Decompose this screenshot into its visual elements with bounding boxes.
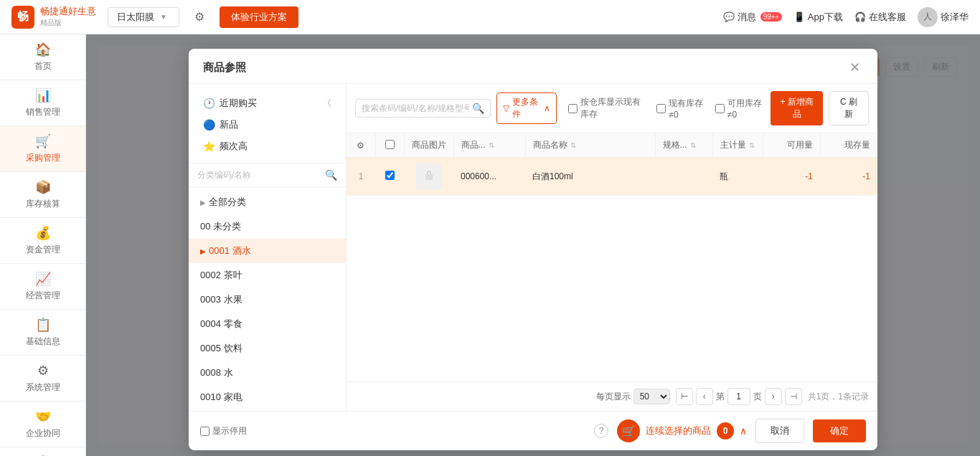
table-row[interactable]: 1 bbox=[347, 158, 877, 196]
online-service-item[interactable]: 🎧 在线客服 bbox=[854, 11, 906, 24]
sidebar-item-guide[interactable]: 🎯 新手引导 bbox=[0, 447, 85, 456]
category-search-input[interactable] bbox=[197, 170, 322, 180]
content-area: 查询 设置 刷新 商品参照 ✕ 🕐 bbox=[86, 34, 980, 456]
sidebar-item-purchase-label: 采购管理 bbox=[26, 152, 60, 164]
row-checkbox[interactable] bbox=[375, 158, 404, 196]
sort-icon-name[interactable]: ⇅ bbox=[570, 141, 576, 149]
quick-filter-recent[interactable]: 🕐 近期购买 《 bbox=[197, 92, 337, 114]
user-area[interactable]: 人 徐泽华 bbox=[918, 7, 969, 27]
checkbox-available-stock[interactable]: 可用库存≠0 bbox=[715, 98, 765, 120]
search-submit-icon[interactable]: 🔍 bbox=[472, 103, 484, 114]
th-code[interactable]: 商品... ⇅ bbox=[453, 133, 525, 158]
category-water[interactable]: 0008 水 bbox=[189, 361, 346, 385]
more-filter-button[interactable]: ▽ 更多条件 ∧ bbox=[496, 92, 557, 124]
th-unit[interactable]: 主计量 ⇅ bbox=[712, 133, 763, 158]
category-uncategorized[interactable]: 00 未分类 bbox=[189, 214, 346, 239]
purchase-icon: 🛒 bbox=[35, 133, 51, 149]
experience-button[interactable]: 体验行业方案 bbox=[220, 6, 298, 28]
basic-info-icon: 📋 bbox=[35, 317, 51, 333]
show-disabled-input[interactable] bbox=[200, 427, 209, 436]
sidebar-item-operation-label: 经营管理 bbox=[26, 290, 60, 302]
filter-checkboxes: 按仓库显示现有库存 现有库存≠0 可用库存≠0 bbox=[568, 96, 765, 120]
sort-icon-unit[interactable]: ⇅ bbox=[749, 141, 755, 149]
th-checkbox[interactable] bbox=[375, 133, 404, 158]
checkbox-warehouse-stock-input[interactable] bbox=[568, 104, 578, 113]
app-download-item[interactable]: 📱 App下载 bbox=[793, 11, 843, 24]
first-page-button[interactable]: ⊢ bbox=[676, 388, 693, 405]
collapse-icon[interactable]: 《 bbox=[323, 98, 331, 110]
logo-text: 畅捷通好生意 bbox=[40, 6, 96, 18]
sort-icon-spec[interactable]: ⇅ bbox=[690, 141, 696, 149]
next-page-button[interactable]: › bbox=[765, 388, 782, 405]
refresh-button[interactable]: C 刷新 bbox=[829, 91, 869, 125]
checkbox-available-stock-input[interactable] bbox=[715, 104, 725, 113]
category-all[interactable]: ▶ 全部分类 bbox=[189, 190, 346, 214]
category-fruit[interactable]: 0003 水果 bbox=[189, 288, 346, 312]
dropdown-arrow-icon: ▼ bbox=[160, 13, 167, 21]
th-unit-sort[interactable]: 主计量 ⇅ bbox=[720, 139, 755, 151]
sort-icon-code[interactable]: ⇅ bbox=[489, 141, 494, 149]
sidebar-item-system[interactable]: ⚙ 系统管理 bbox=[0, 356, 85, 402]
star-icon: ⭐ bbox=[203, 141, 215, 152]
th-name[interactable]: 商品名称 ⇅ bbox=[525, 133, 655, 158]
checkbox-warehouse-stock[interactable]: 按仓库显示现有库存 bbox=[568, 96, 648, 120]
help-icon[interactable]: ? bbox=[594, 424, 608, 438]
page-number-input[interactable] bbox=[727, 388, 750, 405]
product-search-input[interactable] bbox=[362, 103, 469, 113]
cancel-button[interactable]: 取消 bbox=[755, 419, 804, 443]
checkbox-existing-stock[interactable]: 现有库存≠0 bbox=[656, 98, 707, 120]
sidebar-item-sales[interactable]: 📊 销售管理 bbox=[0, 80, 85, 126]
sidebar-item-basic-info[interactable]: 📋 基础信息 bbox=[0, 310, 85, 356]
th-spec-sort[interactable]: 规格... ⇅ bbox=[663, 139, 705, 151]
branch-dropdown[interactable]: 日太阳膜 ▼ bbox=[108, 7, 179, 27]
th-code-sort[interactable]: 商品... ⇅ bbox=[461, 139, 518, 151]
table-settings-icon[interactable]: ⚙ bbox=[357, 141, 364, 151]
search-bar: 🔍 ▽ 更多条件 ∧ 按仓库显示现有库存 bbox=[347, 84, 877, 133]
th-name-sort[interactable]: 商品名称 ⇅ bbox=[533, 139, 648, 151]
sidebar-item-purchase[interactable]: 🛒 采购管理 bbox=[0, 126, 85, 172]
sidebar-item-enterprise[interactable]: 🤝 企业协同 bbox=[0, 402, 85, 447]
th-stock-label: 现存量 bbox=[844, 140, 870, 150]
category-drink[interactable]: 0005 饮料 bbox=[189, 336, 346, 361]
table-header-row: ⚙ 商品图片 bbox=[347, 133, 877, 158]
category-tea[interactable]: 0002 茶叶 bbox=[189, 263, 346, 288]
sidebar-item-inventory[interactable]: 📦 库存核算 bbox=[0, 172, 85, 218]
category-snack[interactable]: 0004 零食 bbox=[189, 312, 346, 336]
modal-close-button[interactable]: ✕ bbox=[846, 59, 863, 76]
page-size-dropdown[interactable]: 50 100 200 bbox=[633, 389, 670, 404]
checkbox-existing-stock-input[interactable] bbox=[656, 104, 666, 113]
category-liquor[interactable]: ▶ 0001 酒水 bbox=[189, 239, 346, 263]
filter-collapse-icon: ∧ bbox=[544, 103, 550, 113]
settings-icon[interactable]: ⚙ bbox=[188, 6, 211, 29]
category-tea-label: 0002 茶叶 bbox=[200, 269, 242, 282]
show-disabled-checkbox[interactable]: 显示停用 bbox=[200, 425, 247, 437]
mobile-icon: 📱 bbox=[793, 11, 805, 22]
cart-icon[interactable]: 🛒 bbox=[617, 419, 640, 442]
row-available: -1 bbox=[763, 158, 820, 196]
sidebar-item-home[interactable]: 🏠 首页 bbox=[0, 34, 85, 80]
last-page-button[interactable]: ⊣ bbox=[785, 388, 802, 405]
confirm-button[interactable]: 确定 bbox=[813, 419, 866, 442]
row-name: 白酒100ml bbox=[525, 158, 655, 196]
th-settings[interactable]: ⚙ bbox=[347, 133, 375, 158]
expand-icon[interactable]: ∧ bbox=[740, 425, 747, 437]
message-icon: 💬 bbox=[723, 11, 735, 22]
add-product-button[interactable]: + 新增商品 bbox=[771, 91, 823, 125]
sidebar-item-operation[interactable]: 📈 经营管理 bbox=[0, 264, 85, 310]
sidebar-item-finance[interactable]: 💰 资金管理 bbox=[0, 218, 85, 264]
category-search-icon[interactable]: 🔍 bbox=[325, 169, 337, 181]
filter-icon: ▽ bbox=[503, 103, 509, 113]
product-table: ⚙ 商品图片 bbox=[347, 133, 877, 196]
row-select-checkbox[interactable] bbox=[385, 171, 395, 180]
category-appliance[interactable]: 0010 家电 bbox=[189, 385, 346, 405]
modal-title: 商品参照 bbox=[203, 61, 246, 75]
select-all-checkbox[interactable] bbox=[385, 140, 395, 149]
modal-footer: 显示停用 ? 🛒 连续选择的商品 0 ∧ 取消 确定 bbox=[189, 411, 877, 450]
notification-label: 消息 bbox=[738, 11, 756, 24]
prev-page-button[interactable]: ‹ bbox=[696, 388, 713, 405]
quick-filter-frequent[interactable]: ⭐ 频次高 bbox=[197, 136, 337, 157]
quick-filter-new[interactable]: 🔵 新品 bbox=[197, 114, 337, 136]
online-service-label: 在线客服 bbox=[869, 11, 906, 24]
th-spec[interactable]: 规格... ⇅ bbox=[655, 133, 712, 158]
notification-item[interactable]: 💬 消息 99++ bbox=[723, 11, 782, 24]
